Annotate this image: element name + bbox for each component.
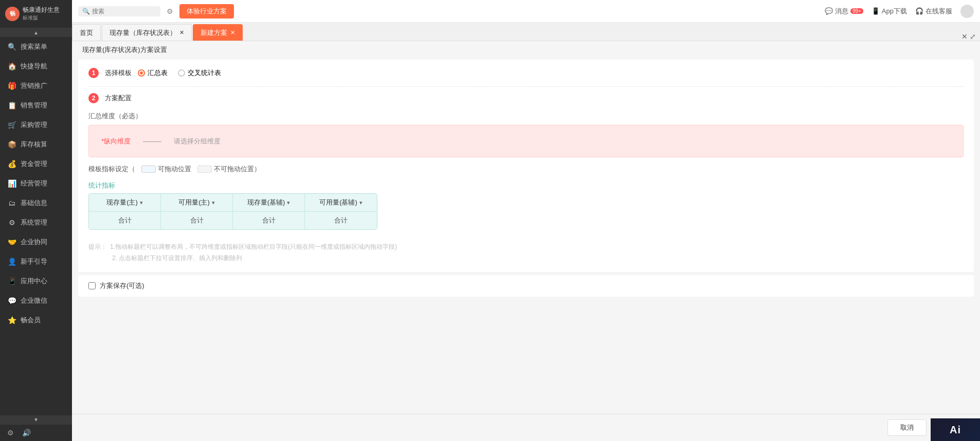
stats-section: 统计指标 现存量(主) ▾ 合计 可用量(主) [88, 181, 964, 231]
radio-cross-label: 交叉统计表 [188, 68, 221, 78]
radio-summary-label: 汇总表 [148, 68, 168, 78]
settings-icon[interactable]: ⚙ [7, 429, 14, 437]
save-plan-section: 方案保存(可选) [78, 275, 974, 297]
sidebar-item-cooperation[interactable]: 🤝 企业协同 [0, 232, 72, 252]
sales-nav-icon: 📋 [7, 101, 16, 109]
message-icon: 💬 [825, 7, 833, 15]
sidebar-item-finance[interactable]: 💰 资金管理 [0, 154, 72, 174]
tip-1-text: 1.拖动标题栏可以调整布局，不可跨维度或指标区域拖动栏目字段(只能在同一维度或指… [110, 242, 397, 253]
speaker-icon[interactable]: 🔊 [22, 429, 31, 437]
tip-2-indent [88, 253, 109, 264]
logo-icon: 畅 [5, 7, 20, 21]
tabbar: 首页 现存量（库存状况表） ✕ 新建方案 ✕ ✕ ⤢ [72, 23, 980, 41]
sidebar-item-label: 畅会员 [21, 316, 41, 325]
stats-col-2-header[interactable]: 现存量(基辅) ▾ [233, 194, 304, 212]
sidebar-item-label: 企业微信 [21, 296, 47, 305]
sidebar-item-label: 搜索菜单 [21, 42, 47, 51]
stats-col-3: 可用量(基辅) ▾ 合计 [305, 194, 377, 229]
sidebar-item-shortcut[interactable]: 🏠 快捷导航 [0, 57, 72, 76]
settings-icon[interactable]: ⚙ [165, 5, 175, 17]
cancel-button[interactable]: 取消 [887, 419, 927, 436]
message-button[interactable]: 💬 消息 99+ [825, 7, 863, 16]
purchase-nav-icon: 🛒 [7, 121, 16, 129]
sidebar-item-system[interactable]: ⚙ 系统管理 [0, 213, 72, 232]
industry-plan-button[interactable]: 体验行业方案 [179, 4, 234, 19]
inventory-nav-icon: 📦 [7, 140, 16, 149]
stats-col-1-body: 合计 [161, 212, 232, 229]
stats-col-1-header[interactable]: 可用量(主) ▾ [161, 194, 232, 212]
template-radio-group: 汇总表 交叉统计表 [138, 68, 221, 78]
sidebar-item-label: 销售管理 [21, 101, 47, 110]
stats-col-0-header[interactable]: 现存量(主) ▾ [89, 194, 160, 212]
stats-col-3-header[interactable]: 可用量(基辅) ▾ [305, 194, 377, 212]
radio-summary[interactable]: 汇总表 [138, 68, 168, 78]
main-area: 🔍 ⚙ 体验行业方案 💬 消息 99+ 📱 App下载 🎧 在线客服 [72, 0, 980, 441]
chevron-down-icon-0: ▾ [140, 199, 143, 206]
online-service-button[interactable]: 🎧 在线客服 [915, 7, 952, 16]
sidebar-scroll-up[interactable]: ▲ [0, 28, 72, 37]
save-plan-label: 方案保存(可选) [100, 281, 144, 290]
user-avatar[interactable] [960, 5, 974, 18]
chevron-down-icon-2: ▾ [287, 199, 290, 206]
sidebar-item-member[interactable]: ⭐ 畅会员 [0, 310, 72, 330]
search-input[interactable] [92, 8, 154, 15]
stats-col-0: 现存量(主) ▾ 合计 [89, 194, 161, 229]
step1-title: 选择模板 [105, 68, 132, 78]
footer: 取消 查询 [72, 414, 980, 441]
sidebar-item-label: 新手引导 [21, 257, 47, 266]
sidebar-item-operation[interactable]: 📊 经营管理 [0, 174, 72, 193]
sidebar-item-label: 资金管理 [21, 159, 47, 169]
ai-label: Ai [950, 424, 961, 436]
headset-icon: 🎧 [915, 7, 923, 15]
sidebar-scroll-down[interactable]: ▼ [0, 415, 72, 424]
radio-cross[interactable]: 交叉统计表 [178, 68, 221, 78]
step2-row: 2 方案配置 [88, 93, 964, 103]
sidebar-item-label: 企业协同 [21, 237, 47, 247]
save-plan-checkbox[interactable] [88, 282, 96, 289]
app-download-button[interactable]: 📱 App下载 [872, 7, 907, 16]
tab-inventory-close-icon[interactable]: ✕ [179, 29, 184, 36]
page-title: 现存量(库存状况表)方案设置 [82, 46, 167, 53]
sidebar-item-wechat[interactable]: 💬 企业微信 [0, 291, 72, 310]
stats-col-2: 现存量(基辅) ▾ 合计 [233, 194, 305, 229]
sidebar-item-basic[interactable]: 🗂 基础信息 [0, 193, 72, 213]
sidebar-item-marketing[interactable]: 🎁 营销推广 [0, 76, 72, 96]
content-area: 现存量(库存状况表)方案设置 1 选择模板 汇总表 交叉统计表 [72, 41, 980, 414]
sidebar-item-label: 基础信息 [21, 198, 47, 208]
template-indicator-prefix: 模板指标设定（ [88, 164, 135, 174]
sidebar-item-app-center[interactable]: 📱 应用中心 [0, 271, 72, 291]
sidebar-item-inventory[interactable]: 📦 库存核算 [0, 135, 72, 154]
sidebar-item-label: 库存核算 [21, 140, 47, 149]
tab-close-window-icon[interactable]: ✕ [961, 32, 968, 41]
sidebar-item-purchase[interactable]: 🛒 采购管理 [0, 115, 72, 135]
tab-inventory-status[interactable]: 现存量（库存状况表） ✕ [102, 24, 192, 41]
radio-summary-dot [138, 69, 145, 77]
stats-table-header: 现存量(主) ▾ 合计 可用量(主) ▾ 合计 [89, 194, 377, 229]
stats-col-0-label: 现存量(主) [106, 198, 138, 207]
chevron-down-icon-1: ▾ [212, 199, 215, 206]
topbar-search-box[interactable]: 🔍 [78, 6, 160, 16]
tab-new-plan[interactable]: 新建方案 ✕ [193, 24, 243, 41]
template-indicator: 模板指标设定（ 可拖动位置 不可拖动位置） [88, 164, 964, 174]
stats-table: 现存量(主) ▾ 合计 可用量(主) ▾ 合计 [88, 193, 377, 230]
tab-new-plan-close-icon[interactable]: ✕ [230, 29, 235, 36]
tip-2-text: 2. 点击标题栏下拉可设置排序、插入列和删除列 [112, 253, 242, 264]
draggable-indicator: 可拖动位置 [141, 164, 191, 174]
member-nav-icon: ⭐ [7, 316, 16, 324]
tab-home[interactable]: 首页 [72, 24, 101, 41]
sidebar-item-label: 应用中心 [21, 277, 47, 286]
sidebar-item-sales[interactable]: 📋 销售管理 [0, 96, 72, 115]
topbar: 🔍 ⚙ 体验行业方案 💬 消息 99+ 📱 App下载 🎧 在线客服 [72, 0, 980, 23]
sidebar-item-search[interactable]: 🔍 搜索菜单 [0, 37, 72, 57]
radio-cross-dot [178, 69, 185, 77]
dim-label: 汇总维度（必选） [88, 112, 964, 121]
tab-home-label: 首页 [80, 28, 93, 38]
sidebar-item-label: 营销推广 [21, 81, 47, 90]
sidebar-item-newbie[interactable]: 👤 新手引导 [0, 252, 72, 271]
sidebar-item-label: 经营管理 [21, 179, 47, 188]
tab-new-plan-label: 新建方案 [201, 28, 227, 38]
ai-badge[interactable]: Ai [931, 418, 980, 441]
non-draggable-box [197, 166, 212, 173]
logo-text: 畅康通好生意 标准版 [23, 6, 60, 22]
tab-expand-icon[interactable]: ⤢ [970, 32, 976, 41]
